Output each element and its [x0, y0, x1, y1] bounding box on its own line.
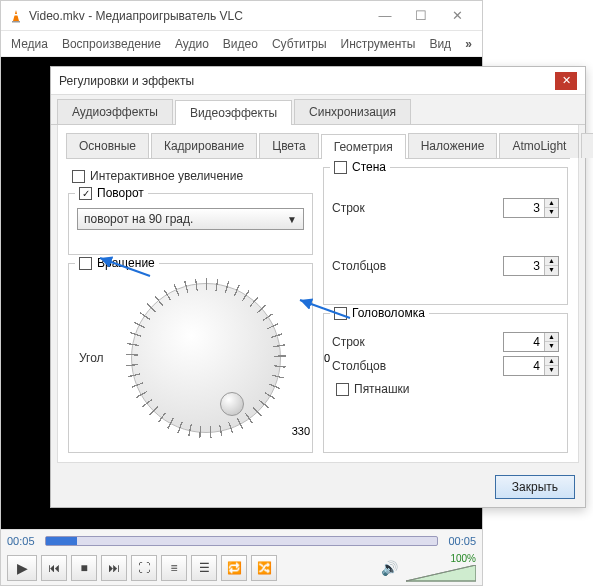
wall-rows-spinner[interactable]: 3 ▲▼	[503, 198, 559, 218]
video-effects-subtabs: Основные Кадрирование Цвета Геометрия На…	[66, 133, 570, 159]
rotation-checkbox[interactable]	[79, 257, 92, 270]
seek-bar[interactable]	[45, 536, 438, 546]
puzzle-rows-spinner[interactable]: 4 ▲▼	[503, 332, 559, 352]
next-button[interactable]: ⏭	[101, 555, 127, 581]
spin-up-icon[interactable]: ▲	[545, 199, 558, 208]
settings-button[interactable]: ≡	[161, 555, 187, 581]
wall-cols-value: 3	[504, 259, 544, 273]
puzzle-cols-spinner[interactable]: 4 ▲▼	[503, 356, 559, 376]
subtab-overlay[interactable]: Наложение	[408, 133, 498, 158]
wall-checkbox[interactable]	[334, 161, 347, 174]
rotate-checkbox[interactable]	[79, 187, 92, 200]
rotate-value: поворот на 90 град.	[84, 212, 193, 226]
shuffle-button[interactable]: 🔀	[251, 555, 277, 581]
time-total: 00:05	[444, 535, 476, 547]
dialog-title: Регулировки и эффекты	[59, 74, 555, 88]
loop-button[interactable]: 🔁	[221, 555, 247, 581]
spin-down-icon[interactable]: ▼	[545, 342, 558, 351]
close-button[interactable]: ✕	[440, 5, 474, 27]
dial-knob[interactable]	[220, 392, 244, 416]
time-elapsed: 00:05	[7, 535, 39, 547]
subtab-colors[interactable]: Цвета	[259, 133, 318, 158]
menu-view[interactable]: Вид	[429, 37, 451, 51]
wall-cols-spinner[interactable]: 3 ▲▼	[503, 256, 559, 276]
dial-tick-330: 330	[292, 425, 310, 437]
rotate-combobox[interactable]: поворот на 90 град. ▼	[77, 208, 304, 230]
interactive-zoom-label: Интерактивное увеличение	[90, 169, 243, 183]
subtab-more[interactable]: Д	[581, 133, 593, 158]
tab-audio-effects[interactable]: Аудиоэффекты	[57, 99, 173, 124]
chevron-down-icon: ▼	[287, 214, 297, 225]
spin-down-icon[interactable]: ▼	[545, 208, 558, 217]
spin-up-icon[interactable]: ▲	[545, 257, 558, 266]
spin-down-icon[interactable]: ▼	[545, 366, 558, 375]
volume-control[interactable]: 100%	[406, 553, 476, 583]
tab-video-effects[interactable]: Видеоэффекты	[175, 100, 292, 125]
spin-down-icon[interactable]: ▼	[545, 266, 558, 275]
menu-more[interactable]: »	[465, 37, 472, 51]
wall-rows-value: 3	[504, 201, 544, 215]
subtab-atmolight[interactable]: AtmoLight	[499, 133, 579, 158]
subtab-basic[interactable]: Основные	[66, 133, 149, 158]
interactive-zoom-row[interactable]: Интерактивное увеличение	[68, 167, 313, 185]
wall-rows-label: Строк	[332, 201, 503, 215]
menubar: Медиа Воспроизведение Аудио Видео Субтит…	[1, 31, 482, 57]
menu-video[interactable]: Видео	[223, 37, 258, 51]
dialog-close-button[interactable]: ✕	[555, 72, 577, 90]
svg-rect-2	[14, 14, 18, 16]
menu-media[interactable]: Медиа	[11, 37, 48, 51]
effects-dialog: Регулировки и эффекты ✕ Аудиоэффекты Вид…	[50, 66, 586, 508]
geometry-left-column: Интерактивное увеличение Поворот поворот…	[68, 167, 313, 453]
geometry-right-column: Стена Строк 3 ▲▼ Столбцов 3	[323, 167, 568, 453]
dialog-titlebar: Регулировки и эффекты ✕	[51, 67, 585, 95]
rotation-dial[interactable]	[131, 283, 281, 433]
close-dialog-button[interactable]: Закрыть	[495, 475, 575, 499]
rotate-title: Поворот	[97, 186, 144, 200]
puzzle-rows-value: 4	[504, 335, 544, 349]
subtab-geometry[interactable]: Геометрия	[321, 134, 406, 159]
puzzle-title: Головоломка	[352, 306, 425, 320]
window-title: Video.mkv - Медиапроигрыватель VLC	[29, 9, 368, 23]
rotation-title: Вращение	[97, 256, 155, 270]
puzzle-cols-value: 4	[504, 359, 544, 373]
stop-button[interactable]: ■	[71, 555, 97, 581]
spin-up-icon[interactable]: ▲	[545, 357, 558, 366]
interactive-zoom-checkbox[interactable]	[72, 170, 85, 183]
angle-label: Угол	[79, 351, 104, 365]
wall-cols-label: Столбцов	[332, 259, 503, 273]
vlc-cone-icon	[9, 9, 23, 23]
fifteen-checkbox[interactable]	[336, 383, 349, 396]
tab-sync[interactable]: Синхронизация	[294, 99, 411, 124]
prev-button[interactable]: ⏮	[41, 555, 67, 581]
effects-top-tabs: Аудиоэффекты Видеоэффекты Синхронизация	[51, 95, 585, 125]
spin-up-icon[interactable]: ▲	[545, 333, 558, 342]
puzzle-cols-label: Столбцов	[332, 359, 503, 373]
puzzle-group: Головоломка Строк 4 ▲▼ Столбцов 4 ▲▼	[323, 313, 568, 453]
fifteen-label: Пятнашки	[354, 382, 410, 396]
volume-icon[interactable]: 🔊	[381, 560, 398, 576]
play-button[interactable]: ▶	[7, 555, 37, 581]
puzzle-checkbox[interactable]	[334, 307, 347, 320]
fullscreen-button[interactable]: ⛶	[131, 555, 157, 581]
puzzle-rows-label: Строк	[332, 335, 503, 349]
rotation-group: Вращение Угол 0 330	[68, 263, 313, 453]
menu-tools[interactable]: Инструменты	[341, 37, 416, 51]
menu-subtitles[interactable]: Субтитры	[272, 37, 327, 51]
minimize-button[interactable]: —	[368, 5, 402, 27]
wall-title: Стена	[352, 160, 386, 174]
playlist-button[interactable]: ☰	[191, 555, 217, 581]
maximize-button[interactable]: ☐	[404, 5, 438, 27]
player-controls: 00:05 00:05 ▶ ⏮ ■ ⏭ ⛶ ≡ ☰ 🔁 🔀 🔊 100%	[1, 529, 482, 585]
rotate-group: Поворот поворот на 90 град. ▼	[68, 193, 313, 255]
volume-label: 100%	[406, 553, 476, 564]
menu-audio[interactable]: Аудио	[175, 37, 209, 51]
svg-rect-1	[12, 21, 20, 23]
wall-group: Стена Строк 3 ▲▼ Столбцов 3	[323, 167, 568, 305]
subtab-crop[interactable]: Кадрирование	[151, 133, 257, 158]
menu-playback[interactable]: Воспроизведение	[62, 37, 161, 51]
titlebar: Video.mkv - Медиапроигрыватель VLC — ☐ ✕	[1, 1, 482, 31]
